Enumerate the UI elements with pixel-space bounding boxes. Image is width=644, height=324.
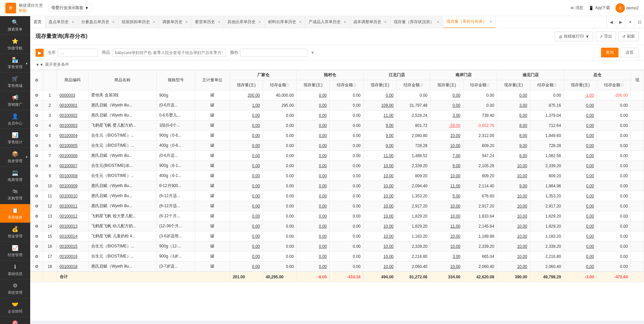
- row-lu-qty[interactable]: 0.00: [297, 161, 329, 171]
- row-na-qty[interactable]: -39.00: [430, 121, 463, 131]
- expand-btn[interactable]: ▶: [36, 49, 44, 57]
- close-icon[interactable]: ✕: [218, 20, 220, 24]
- sidebar-item-collab[interactable]: 🤝 企业协同: [0, 298, 30, 317]
- row-total-qty[interactable]: 0.00: [564, 161, 597, 171]
- sidebar-item-ops[interactable]: 📈 经营管理: [0, 242, 30, 261]
- close-icon[interactable]: ✕: [437, 20, 439, 24]
- row-lu-qty[interactable]: 0.00: [297, 262, 329, 272]
- row-yb-qty[interactable]: 10.00: [497, 262, 530, 272]
- row-yb-qty[interactable]: 10.00: [497, 221, 530, 231]
- row-yb-qty[interactable]: 9.00: [497, 181, 530, 191]
- row-total-qty[interactable]: 0.00: [564, 151, 597, 161]
- close-icon[interactable]: ✕: [489, 20, 492, 24]
- refresh-btn[interactable]: ↺ 刷新: [619, 32, 639, 41]
- app-download-btn[interactable]: 📱 App下载: [589, 5, 610, 11]
- row-gear[interactable]: ⚙: [31, 231, 43, 241]
- row-lu-qty[interactable]: 0.00: [297, 100, 329, 110]
- close-icon[interactable]: ✕: [258, 20, 261, 24]
- row-gear[interactable]: ⚙: [31, 211, 43, 221]
- row-jb-qty[interactable]: 10.00: [364, 241, 396, 251]
- row-factory-qty[interactable]: 0.00: [230, 161, 263, 171]
- row-na-qty[interactable]: 10.00: [430, 131, 463, 141]
- tab-next-btn[interactable]: ▶: [616, 16, 625, 28]
- row-factory-qty[interactable]: 0.00: [230, 211, 263, 221]
- row-na-qty[interactable]: 10.00: [430, 201, 463, 211]
- close-icon[interactable]: ✕: [185, 20, 188, 24]
- row-jb-qty[interactable]: 10.00: [364, 251, 396, 262]
- row-jb-qty[interactable]: 11.00: [364, 151, 396, 161]
- row-code[interactable]: 00100015: [57, 241, 89, 251]
- row-jb-qty[interactable]: 11.00: [364, 110, 396, 121]
- tab-transfer[interactable]: 调拨单历史 ✕: [159, 16, 192, 28]
- row-gear[interactable]: ⚙: [31, 221, 43, 231]
- tab-order[interactable]: 要货单历史 ✕: [192, 16, 224, 28]
- row-yb-qty[interactable]: 8.00: [497, 151, 530, 161]
- tab-material-out[interactable]: 材料出库单历史 ✕: [265, 16, 305, 28]
- sidebar-item-wholesale[interactable]: 📦 批发管理 ▼: [0, 148, 30, 167]
- row-gear[interactable]: ⚙: [31, 161, 43, 171]
- row-na-qty[interactable]: 11.00: [430, 221, 463, 231]
- row-jb-qty[interactable]: 10.00: [364, 161, 396, 171]
- row-code[interactable]: 0000003: [57, 90, 89, 100]
- info-icon[interactable]: ⓘ: [620, 83, 624, 87]
- row-jb-qty[interactable]: 10.00: [364, 181, 396, 191]
- sidebar-item-retail-stats[interactable]: 📊 零售统计: [0, 129, 30, 148]
- row-na-qty[interactable]: 3.00: [430, 251, 463, 262]
- sidebar-item-finance[interactable]: 💰 资金管理: [0, 223, 30, 242]
- row-jb-qty[interactable]: 109.00: [364, 100, 396, 110]
- row-jb-qty[interactable]: 10.00: [364, 211, 396, 221]
- color-dropdown-icon[interactable]: ▼: [311, 50, 315, 55]
- app-selector[interactable]: 母婴行业演示陈套 ▼: [48, 4, 92, 12]
- row-factory-qty[interactable]: 0.00: [230, 241, 263, 251]
- row-code[interactable]: 00100018: [57, 262, 89, 272]
- row-total-qty[interactable]: 0.00: [564, 221, 597, 231]
- row-jb-qty[interactable]: 9.00: [364, 121, 396, 131]
- row-na-qty[interactable]: 0.00: [430, 90, 463, 100]
- row-yb-qty[interactable]: 8.00: [497, 131, 530, 141]
- row-yb-qty[interactable]: 10.00: [497, 251, 530, 262]
- row-na-qty[interactable]: 9.00: [430, 161, 463, 171]
- row-gear[interactable]: ⚙: [31, 110, 43, 121]
- row-code[interactable]: 00100009: [57, 181, 89, 191]
- row-gear[interactable]: ⚙: [31, 241, 43, 251]
- row-gear[interactable]: ⚙: [31, 201, 43, 211]
- row-code[interactable]: 00100012: [57, 211, 89, 221]
- tab-finished-in[interactable]: 产成品入库单历史 ✕: [305, 16, 350, 28]
- close-icon[interactable]: ✕: [384, 20, 387, 24]
- row-factory-qty[interactable]: 1.00: [230, 100, 263, 110]
- row-code[interactable]: 00100013: [57, 221, 89, 231]
- expand-more-btn[interactable]: ▼▼ 展开更多条件: [36, 62, 69, 67]
- sidebar-item-member[interactable]: 👤 会员中心: [0, 110, 30, 129]
- row-total-qty[interactable]: 0.00: [564, 241, 597, 251]
- search-btn[interactable]: 查询: [601, 48, 619, 57]
- row-jb-qty[interactable]: 10.00: [364, 231, 396, 241]
- tab-cost-adjust[interactable]: 成本调整单历史 ✕: [350, 16, 390, 28]
- tab-fenliang[interactable]: 分量盘点单历史 ✕: [78, 16, 118, 28]
- tab-inventory-check[interactable]: 盘点单历史 ✕: [45, 16, 78, 28]
- row-jb-qty[interactable]: 9.00: [364, 141, 396, 151]
- row-yb-qty[interactable]: 10.00: [497, 171, 530, 181]
- tab-stock-status[interactable]: 现存量（库存状况表） ✕: [390, 16, 443, 28]
- row-factory-qty[interactable]: 0.00: [230, 181, 263, 191]
- row-gear[interactable]: ⚙: [31, 151, 43, 161]
- row-factory-qty[interactable]: 0.00: [230, 151, 263, 161]
- row-lu-qty[interactable]: 0.00: [297, 141, 329, 151]
- setting-btn[interactable]: 设置: [621, 48, 639, 57]
- close-icon[interactable]: ✕: [299, 20, 302, 24]
- row-factory-qty[interactable]: 0.00: [230, 221, 263, 231]
- row-gear[interactable]: ⚙: [31, 100, 43, 110]
- row-jb-qty[interactable]: 10.00: [364, 201, 396, 211]
- tab-more-btn[interactable]: ⊡: [635, 16, 644, 28]
- row-lu-qty[interactable]: 0.00: [297, 241, 329, 251]
- tab-other-out[interactable]: 其他出库单历史 ✕: [224, 16, 265, 28]
- row-total-qty[interactable]: 0.00: [564, 191, 597, 201]
- row-code[interactable]: 00100008: [57, 171, 89, 181]
- close-icon[interactable]: ✕: [343, 20, 346, 24]
- row-jb-qty[interactable]: 10.00: [364, 191, 396, 201]
- color-input[interactable]: [240, 49, 307, 57]
- row-total-qty[interactable]: 0.00: [564, 100, 597, 110]
- row-total-qty[interactable]: 0.00: [564, 201, 597, 211]
- row-gear[interactable]: ⚙: [31, 131, 43, 141]
- row-code[interactable]: 00100003: [57, 121, 89, 131]
- row-factory-qty[interactable]: 0.00: [230, 262, 263, 272]
